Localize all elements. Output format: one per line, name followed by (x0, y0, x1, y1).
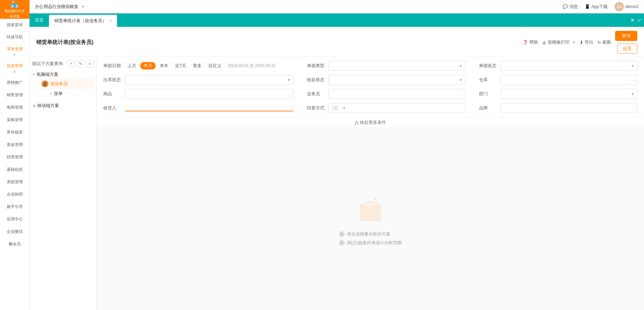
date-custom[interactable]: 自定义 (206, 62, 224, 69)
settle-clear-tag: × (331, 105, 339, 111)
filter-out-status: 出库状态 ▼ (103, 75, 293, 85)
date-year[interactable]: 本年 (157, 62, 171, 69)
sidebar-item-inventory[interactable]: 库存核算 (0, 126, 29, 139)
filter-dept: 部门 ▼ (479, 89, 638, 99)
empty-state: 1 请先选择要分析的方案 2 用[过滤]条件来缩小分析范围 (97, 128, 644, 310)
date-7days[interactable]: 近7天 (172, 62, 189, 69)
pay-status-label: 收款状态 (307, 77, 326, 83)
right-area: 单据日期 上月 本月 本年 近7天 更多 自定义 20 (97, 57, 644, 310)
print-button[interactable]: 🖨 按模板打印 ▼ (542, 39, 576, 45)
export-button[interactable]: ⬇ 导出 (580, 39, 593, 45)
sidebar-item-wholesale[interactable]: 批发管理 ▲ (0, 60, 29, 76)
sidebar-item-newbie[interactable]: 新手引导 (0, 201, 29, 213)
message-icon: 💬 (562, 4, 568, 9)
tree-mobile-section: ▶ 移动端方案 (32, 101, 94, 110)
tab-close-icon[interactable]: × (109, 18, 112, 23)
header-title: 办公用品行业模拟账套 (35, 4, 78, 10)
collapse-up-icon: ⋀ (355, 120, 359, 125)
sidebar-logo[interactable]: 🏪 畅捷通好生意 标准版 (0, 0, 30, 19)
settings-button[interactable]: 设置 (617, 44, 637, 54)
scheme-sub-icon: ≡ (50, 91, 52, 96)
settle-clear-button[interactable]: × (335, 106, 337, 110)
date-more[interactable]: 更多 (190, 62, 204, 69)
doc-type-select[interactable]: ▼ (328, 61, 466, 71)
help-button[interactable]: ❓ 帮助 (523, 39, 538, 45)
message-button[interactable]: 💬 消息 (562, 4, 578, 10)
sidebar-item-wecom[interactable]: 企业微信 (0, 225, 29, 238)
collapse-button[interactable]: ⋀ 收起更多条件 (355, 119, 386, 125)
brand-select[interactable]: ··· (500, 103, 638, 113)
content-body: 按以下方案查询 + ✎ « ▼ 电脑端方案 👤 按 (30, 57, 644, 310)
empty-tip-1: 1 请先选择要分析的方案 (339, 231, 401, 237)
empty-tip-text-1: 请先选择要分析的方案 (347, 231, 390, 237)
sidebar-quick-nav[interactable]: 快捷导航 (0, 32, 29, 43)
header-right: 💬 消息 📱 App下载 Ea demo2 (562, 2, 639, 11)
filter-row-3: 商品 ··· 业务员 ··· 部门 (103, 89, 637, 99)
tab-sales-stats[interactable]: 销货单统计表（按业务员） × (49, 15, 117, 27)
empty-tips: 1 请先选择要分析的方案 2 用[过滤]条件来缩小分析范围 (339, 231, 401, 246)
empty-tip-2: 2 用[过滤]条件来缩小分析范围 (339, 240, 401, 246)
collapse-panel-button[interactable]: « (86, 60, 94, 67)
sidebar-item-retail[interactable]: 零售管理 ▼ (0, 43, 29, 60)
salesperson-select[interactable]: ··· (328, 89, 466, 99)
sidebar-item-label: 批发管理 (7, 63, 23, 69)
svg-point-2 (374, 198, 376, 200)
dept-label: 部门 (479, 91, 498, 97)
doc-status-select[interactable]: ▼ (500, 61, 638, 71)
sidebar-item-sales[interactable]: 销售管理 (0, 89, 29, 101)
receiver-input[interactable] (125, 105, 290, 110)
sidebar-item-label: 销售管理 (7, 92, 23, 98)
chevron-down-icon: ▼ (13, 53, 16, 56)
sidebar-item-ecommerce[interactable]: 电商管理 (0, 101, 29, 114)
refresh-button[interactable]: ↻ 刷新 (597, 39, 611, 45)
tab-bar: 首页 销货单统计表（按业务员） × ✕ ⤢ (30, 13, 644, 27)
scheme-by-order[interactable]: ≡ 按单 (40, 89, 94, 98)
header-dropdown-icon[interactable]: ▼ (81, 5, 85, 8)
query-button[interactable]: 查询 (615, 31, 637, 41)
sidebar-item-management[interactable]: 经营管理 (0, 151, 29, 163)
date-prev-month[interactable]: 上月 (125, 62, 139, 69)
filter-row-1: 单据日期 上月 本月 本年 近7天 更多 自定义 20 (103, 61, 637, 71)
pay-status-select[interactable]: ▼ (328, 75, 466, 85)
empty-tip-num-1: 1 (339, 231, 345, 237)
out-status-select[interactable]: ▼ (125, 75, 293, 85)
filter-salesperson: 业务员 ··· (307, 89, 466, 99)
sidebar-item-marketing[interactable]: 营销推广 (0, 76, 29, 89)
user-profile[interactable]: Ea demo2 (614, 2, 639, 11)
add-scheme-button[interactable]: + (67, 60, 75, 67)
receiver-ellipsis[interactable]: ··· (290, 105, 293, 110)
tree-mobile-item[interactable]: ▶ 移动端方案 (32, 101, 94, 110)
brand-label: 品牌 (479, 105, 498, 111)
tab-home[interactable]: 首页 (30, 13, 49, 27)
sidebar-item-enterprise[interactable]: 企业协同 (0, 188, 29, 201)
tab-close-button[interactable]: ✕ (630, 17, 635, 23)
sidebar-search[interactable]: 搜索菜单 (0, 19, 29, 32)
date-cur-month[interactable]: 本月 (140, 62, 156, 69)
tab-sales-label: 销货单统计表（按业务员） (54, 18, 107, 24)
settle-select[interactable]: × ▼ (328, 103, 466, 113)
print-icon: 🖨 (542, 40, 546, 45)
sidebar-item-purchase[interactable]: 采购管理 (0, 114, 29, 126)
scheme-by-salesperson[interactable]: 👤 按业务员 (40, 79, 94, 89)
tab-maximize-button[interactable]: ⤢ (637, 17, 641, 23)
sidebar-item-finance[interactable]: 资金管理 (0, 139, 29, 151)
goods-select[interactable]: ··· (125, 89, 293, 99)
page-header: 销货单统计表(按业务员) ❓ 帮助 🖨 按模板打印 ▼ ⬇ 导出 ↻ 刷新 (30, 27, 644, 57)
sidebar-item-label: 新手引导 (7, 204, 23, 210)
sidebar-item-system[interactable]: 系统管理 (0, 176, 29, 188)
settle-caret: ▼ (342, 106, 346, 110)
page-content: 销货单统计表(按业务员) ❓ 帮助 🖨 按模板打印 ▼ ⬇ 导出 ↻ 刷新 (30, 27, 644, 310)
sidebar-item-member[interactable]: 畅会员 (0, 238, 29, 250)
dept-select[interactable]: ▼ (500, 89, 638, 99)
filter-row-4: 收货人 ··· 结算方式 × (103, 103, 637, 113)
tree-desktop-section[interactable]: ▼ 电脑端方案 (32, 70, 94, 79)
header-left: 办公用品行业模拟账套 ▼ (35, 4, 85, 10)
app-download-button[interactable]: 📱 App下载 (585, 4, 608, 10)
sidebar-item-basic[interactable]: 基础信息 (0, 163, 29, 176)
edit-scheme-button[interactable]: ✎ (77, 60, 84, 67)
sidebar-item-appcenter[interactable]: 应用中心 (0, 213, 29, 225)
filter-area: 单据日期 上月 本月 本年 近7天 更多 自定义 20 (97, 57, 644, 117)
warehouse-select[interactable]: ··· (500, 75, 638, 85)
logo-subtext: 标准版 (10, 14, 20, 19)
filter-brand: 品牌 ··· (479, 103, 638, 113)
